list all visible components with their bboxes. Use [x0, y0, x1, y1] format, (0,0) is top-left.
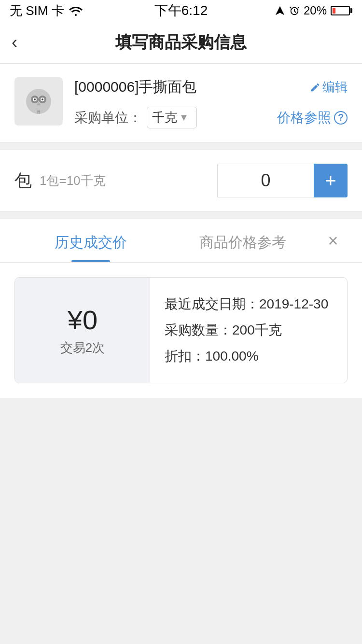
- product-logo: 野: [24, 87, 53, 116]
- product-card: 野 [0000006]手撕面包 编辑 采购单位： 千克 ▼ 价格参: [0, 64, 362, 142]
- price-currency: ¥: [68, 305, 83, 335]
- discount-label: 折扣：: [165, 349, 205, 364]
- svg-point-6: [34, 98, 36, 100]
- price-ref-button[interactable]: 价格参照 ?: [277, 109, 348, 127]
- battery-percent: 20%: [304, 4, 327, 17]
- back-button[interactable]: ‹: [12, 32, 17, 53]
- quantity-value: 0: [261, 170, 270, 191]
- purchase-qty-line: 采购数量：200千克: [165, 321, 333, 339]
- purchase-qty-label: 采购数量：: [165, 322, 232, 337]
- price-ref-question-icon: ?: [334, 111, 348, 125]
- location-icon: [275, 5, 285, 16]
- quantity-section: 包 1包=10千克 0 +: [0, 150, 362, 211]
- quantity-input-row: 0 +: [217, 164, 348, 197]
- price-ref-label: 价格参照: [277, 109, 331, 127]
- battery-icon: [331, 6, 352, 15]
- price-amount: ¥0: [68, 304, 97, 336]
- alarm-icon: [289, 5, 300, 16]
- tabs-section: 历史成交价 商品价格参考 × ¥0 交易2次 最近成交日期：2019-12-30…: [0, 219, 362, 398]
- recent-date-label: 最近成交日期：: [165, 296, 259, 311]
- header: ‹ 填写商品采购信息: [0, 21, 362, 64]
- purchase-unit-label: 采购单位：: [74, 109, 142, 127]
- quantity-label: 包 1包=10千克: [14, 169, 106, 193]
- tabs-close-button[interactable]: ×: [319, 226, 348, 255]
- status-bar: 无 SIM 卡 下午6:12 20%: [0, 0, 362, 21]
- purchase-unit-row: 采购单位： 千克 ▼ 价格参照 ?: [74, 107, 348, 128]
- price-trade-count: 交易2次: [60, 339, 105, 356]
- no-sim-text: 无 SIM 卡: [10, 2, 64, 19]
- price-value: 0: [83, 305, 97, 335]
- edit-label: 编辑: [322, 79, 348, 96]
- recent-date-line: 最近成交日期：2019-12-30: [165, 295, 333, 313]
- svg-text:野: 野: [37, 110, 41, 114]
- price-card-left: ¥0 交易2次: [15, 278, 150, 383]
- edit-icon: [310, 82, 320, 93]
- discount-line: 折扣：100.00%: [165, 347, 333, 365]
- unit-value: 千克: [152, 109, 177, 126]
- purchase-qty-value: 200千克: [232, 322, 282, 337]
- price-card: ¥0 交易2次 最近成交日期：2019-12-30 采购数量：200千克 折扣：…: [14, 277, 348, 383]
- tab1-label: 历史成交价: [55, 234, 127, 250]
- discount-value: 100.00%: [205, 349, 259, 364]
- tabs-header: 历史成交价 商品价格参考 ×: [0, 219, 362, 263]
- product-name-row: [0000006]手撕面包 编辑: [74, 77, 348, 97]
- unit-conversion: 1包=10千克: [40, 172, 106, 189]
- status-time: 下午6:12: [154, 1, 208, 20]
- product-thumbnail: 野: [14, 77, 63, 126]
- dropdown-arrow-icon: ▼: [179, 112, 189, 123]
- product-name: [0000006]手撕面包: [74, 77, 196, 97]
- svg-point-7: [42, 98, 43, 100]
- product-info: [0000006]手撕面包 编辑 采购单位： 千克 ▼ 价格参照 ?: [74, 77, 348, 128]
- tab2-label: 商品价格参考: [199, 234, 286, 250]
- edit-button[interactable]: 编辑: [310, 79, 348, 96]
- status-left: 无 SIM 卡: [10, 2, 84, 19]
- tab-product-price-ref[interactable]: 商品价格参考: [167, 219, 319, 262]
- recent-date-value: 2019-12-30: [259, 296, 328, 311]
- page-title: 填写商品采购信息: [115, 31, 247, 54]
- purchase-unit-left: 采购单位： 千克 ▼: [74, 107, 197, 128]
- status-right: 20%: [275, 4, 352, 17]
- page-background: [0, 398, 362, 591]
- quantity-plus-button[interactable]: +: [314, 164, 348, 197]
- history-content: ¥0 交易2次 最近成交日期：2019-12-30 采购数量：200千克 折扣：…: [0, 263, 362, 398]
- unit-badge: 包: [14, 169, 32, 193]
- wifi-icon: [68, 5, 84, 16]
- quantity-input[interactable]: 0: [217, 164, 314, 197]
- unit-select[interactable]: 千克 ▼: [147, 107, 197, 128]
- price-card-right: 最近成交日期：2019-12-30 采购数量：200千克 折扣：100.00%: [150, 278, 347, 383]
- tab-history-price[interactable]: 历史成交价: [14, 219, 167, 262]
